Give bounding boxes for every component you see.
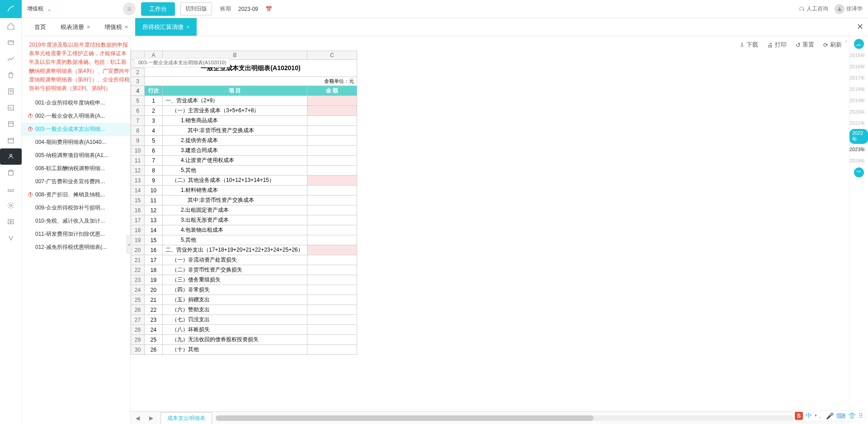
svg-rect-0 [8, 41, 14, 45]
svg-point-21 [839, 7, 840, 9]
close-all-tabs-icon[interactable]: ✕ [857, 22, 863, 32]
year-2018年[interactable]: 2018年 [849, 84, 868, 95]
print-button[interactable]: 🖨打印 [767, 41, 787, 49]
sheet-nav-prev-icon[interactable]: ◀ [136, 415, 140, 421]
period-label: 账期 [220, 5, 231, 13]
ime-badge: S [795, 412, 803, 420]
ime-keyboard-icon[interactable]: ⌨ [836, 412, 845, 419]
sheet-tab[interactable]: 成本支出明细表 [160, 412, 212, 424]
warning-dot-icon [28, 192, 33, 197]
support-link[interactable]: 人工咨询 [798, 5, 828, 13]
nav-doc-icon[interactable] [0, 83, 22, 100]
year-2020年[interactable]: 2020年 [849, 106, 868, 118]
ime-lang[interactable]: 中 [806, 412, 812, 420]
app-logo[interactable] [0, 0, 22, 18]
tab-0[interactable]: 首页 [27, 18, 53, 36]
form-item-11[interactable]: 012-减免所得税优惠明细表(... [22, 241, 130, 254]
nav-chart-icon[interactable] [0, 51, 22, 67]
expand-panel-icon[interactable]: › [845, 38, 847, 44]
svg-rect-14 [8, 171, 13, 175]
ime-punct-icon[interactable]: •， [815, 412, 823, 420]
nav-box-icon[interactable] [0, 165, 22, 181]
warning-text: 2019年度涉及取以前年度结转数据的申报表单元格需要手工维护正确，才能保证本年及… [29, 41, 130, 93]
collapse-form-list-handle[interactable]: « [127, 235, 132, 253]
menu-circle-button[interactable] [123, 3, 136, 15]
download-icon: ⇩ [740, 42, 745, 48]
tab-bar: 首页税表清册×增值税×所得税汇算清缴× ✕ [22, 18, 868, 36]
nav-v-icon[interactable] [0, 230, 22, 246]
print-icon: 🖨 [767, 42, 773, 48]
tab-close-icon[interactable]: × [186, 24, 189, 30]
svg-rect-11 [8, 138, 14, 143]
year-2024年[interactable]: 2024年 [849, 155, 868, 167]
year-2022年[interactable]: 2022年 [849, 129, 868, 144]
year-rail: ︽ 2015年2016年2017年2018年2019年2020年2021年202… [849, 36, 868, 424]
form-item-3[interactable]: 004-期间费用明细表(A1040... [22, 136, 130, 149]
tab-2[interactable]: 增值税× [97, 18, 135, 36]
nav-bag-icon[interactable] [0, 67, 22, 83]
ime-grid-icon[interactable]: ⠿ [859, 412, 863, 419]
old-version-button[interactable]: 切到旧版 [180, 2, 212, 15]
warning-dot-icon [28, 127, 33, 131]
form-item-1[interactable]: 002-一般企业收入明细表(A... [22, 110, 130, 123]
year-2019年[interactable]: 2019年 [849, 95, 868, 106]
year-scroll-up-icon[interactable]: ︽ [854, 39, 864, 49]
year-2015年[interactable]: 2015年 [849, 50, 868, 61]
nav-card-icon[interactable] [0, 34, 22, 51]
year-2016年[interactable]: 2016年 [849, 61, 868, 72]
company-name: 增值税 [27, 5, 43, 13]
form-item-5[interactable]: 006-职工薪酬纳税调整明细... [22, 162, 130, 175]
sheet-footer: ◀ ▶ 成本支出明细表 [131, 411, 849, 424]
ime-toolbar[interactable]: S 中 •， 🎤 ⌨ 👕 ⠿ [793, 410, 865, 421]
form-item-10[interactable]: 011-研发费用加计扣除优惠... [22, 228, 130, 241]
headset-icon [798, 6, 805, 12]
warning-dot-icon [28, 114, 33, 118]
form-item-6[interactable]: 007-广告费和业务宣传费跨... [22, 175, 130, 188]
svg-point-15 [9, 205, 12, 207]
form-item-4[interactable]: 005-纳税调整项目明细表(A1... [22, 149, 130, 162]
year-2017年[interactable]: 2017年 [849, 72, 868, 84]
svg-rect-2 [8, 89, 13, 94]
period-value[interactable]: 2023-09 [238, 6, 258, 12]
form-list: 001-企业所得税年度纳税申...002-一般企业收入明细表(A...003-一… [22, 95, 130, 256]
year-scroll-down-icon[interactable]: ︾ [854, 167, 864, 177]
year-2021年[interactable]: 2021年 [849, 118, 868, 129]
nav-home-icon[interactable] [0, 18, 22, 34]
nav-settings-icon[interactable] [0, 197, 22, 214]
ime-skin-icon[interactable]: 👕 [848, 412, 856, 419]
calendar-icon[interactable]: 📅 [265, 6, 272, 12]
sheet-nav-next-icon[interactable]: ▶ [149, 415, 153, 421]
tab-close-icon[interactable]: × [125, 24, 128, 30]
svg-marker-17 [10, 221, 12, 223]
form-item-2[interactable]: 003-一般企业成本支出明细... [22, 123, 130, 136]
workspace-button[interactable]: 工作台 [141, 2, 175, 16]
form-item-8[interactable]: 009-企业所得税弥补亏损明... [22, 201, 130, 214]
sheet-breadcrumb: 003-一般企业成本支出明细表(A102010) [134, 58, 230, 67]
svg-rect-9 [8, 122, 13, 127]
form-item-7[interactable]: 008-资产折旧、摊销及纳税... [22, 188, 130, 201]
top-header: 增值税 ⌄ 工作台 切到旧版 账期 2023-09 📅 人工咨询 [22, 0, 868, 18]
refresh-button[interactable]: ⟳刷新 [823, 41, 842, 49]
spreadsheet[interactable]: ABC1一般企业成本支出明细表(A102010)23金额单位：元4行次项 目金 … [131, 51, 357, 355]
form-item-9[interactable]: 010-免税、减计收入及加计... [22, 214, 130, 228]
nav-inbox-icon[interactable] [0, 181, 22, 197]
tab-3[interactable]: 所得税汇算清缴× [135, 18, 197, 36]
download-button[interactable]: ⇩下载 [740, 41, 758, 49]
svg-point-13 [9, 154, 12, 157]
reset-button[interactable]: ↺重置 [796, 41, 814, 49]
company-selector[interactable]: 增值税 ⌄ [27, 5, 118, 13]
nav-calendar-icon[interactable] [0, 132, 22, 148]
user-menu[interactable]: 徐泽华 [835, 4, 863, 14]
nav-video-icon[interactable] [0, 214, 22, 230]
sheet-toolbar: ⇩下载 🖨打印 ↺重置 ⟳刷新 [740, 41, 842, 49]
avatar-icon [835, 4, 844, 14]
tab-1[interactable]: 税表清册× [53, 18, 97, 36]
tab-close-icon[interactable]: × [87, 24, 90, 30]
nav-tax-icon[interactable] [0, 148, 22, 165]
horizontal-scrollbar[interactable] [216, 415, 845, 421]
nav-report-icon[interactable] [0, 100, 22, 116]
year-2023年[interactable]: 2023年 [849, 144, 868, 155]
form-item-0[interactable]: 001-企业所得税年度纳税申... [22, 96, 130, 110]
ime-mic-icon[interactable]: 🎤 [826, 412, 834, 419]
nav-template-icon[interactable] [0, 116, 22, 132]
